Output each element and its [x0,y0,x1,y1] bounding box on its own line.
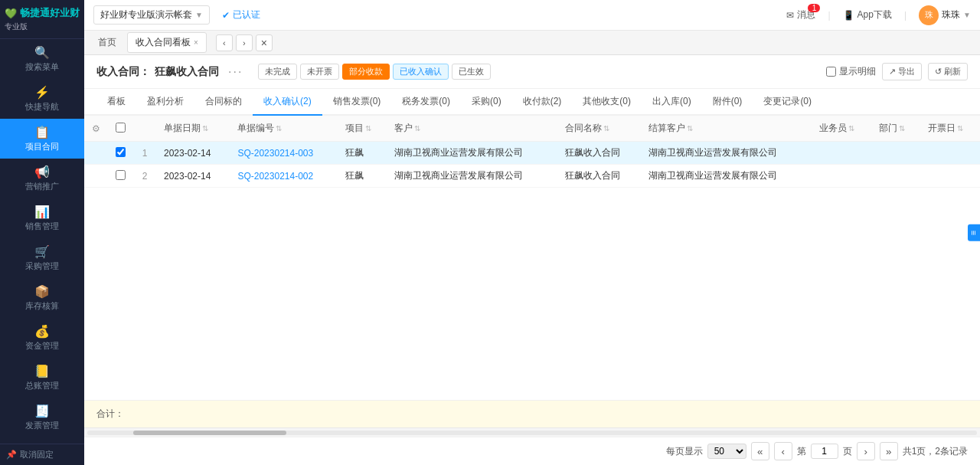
user-arrow-icon: ▼ [963,11,971,19]
hscrollbar-thumb[interactable] [133,431,286,435]
tab-close-icon[interactable]: × [194,38,198,47]
th-project: 项目 ⇅ [338,116,387,142]
th-result-customer: 结算客户 ⇅ [641,116,812,142]
td-num: 2 [133,165,156,188]
settings-icon[interactable]: ⚙ [92,123,100,134]
sub-tabs: 看板 盈利分析 合同标的 收入确认(2) 销售发票(0) 税务发票(0) 采购(… [84,89,980,116]
sidebar-item-project[interactable]: 📋 项目合同 [0,119,84,159]
page-input[interactable] [811,444,838,459]
sort-salesperson-icon[interactable]: ⇅ [848,124,854,133]
th-num [133,116,156,142]
tab-income-contract[interactable]: 收入合同看板 × [127,32,207,53]
sort-contract-icon[interactable]: ⇅ [603,124,609,133]
row1-code-link[interactable]: SQ-20230214-003 [237,148,313,159]
selector-arrow-icon: ▼ [195,11,203,19]
td-num: 1 [133,142,156,165]
sub-tab-other[interactable]: 其他收支(0) [572,89,642,116]
sidebar-item-funds[interactable]: 💰 资金管理 [0,318,84,358]
sort-project-icon[interactable]: ⇅ [365,124,371,133]
export-label: 导出 [898,66,915,77]
sidebar-item-tax[interactable]: 🏛 税务管理 [0,437,84,444]
th-date-label: 单据日期 [164,122,201,135]
message-badge: 1 [808,4,820,12]
sidebar-pin-toggle[interactable]: 📌 取消固定 [0,444,84,465]
tab-nav-arrows: ‹ › × [216,34,273,51]
sidebar-item-marketing[interactable]: 📢 营销推广 [0,159,84,198]
sidebar-item-label: 总账管理 [25,380,59,391]
app-edition: 专业版 [5,21,80,32]
status-btn-partial[interactable]: 部分收款 [342,64,390,80]
row2-code-link[interactable]: SQ-20230214-002 [237,171,313,182]
row1-checkbox[interactable] [116,147,126,157]
export-button[interactable]: ↗ 导出 [882,63,922,80]
more-button[interactable]: ··· [228,65,243,79]
status-btn-uninvoiced[interactable]: 未开票 [300,64,339,80]
tab-window-close[interactable]: × [256,34,273,51]
show-detail-checkbox[interactable] [826,67,836,77]
sub-tab-profit[interactable]: 盈利分析 [136,89,194,116]
th-code-label: 单据编号 [237,122,274,135]
sub-tab-contract-items[interactable]: 合同标的 [194,89,253,116]
first-page-btn[interactable]: « [751,442,769,460]
company-selector[interactable]: 好业财专业版演示帐套 ▼ [93,5,210,25]
select-all-checkbox[interactable] [116,123,126,133]
row2-checkbox[interactable] [116,170,126,180]
lightning-icon: ⚡ [34,85,50,100]
sort-customer-icon[interactable]: ⇅ [414,124,420,133]
th-salesperson-label: 业务员 [819,122,847,135]
refresh-button[interactable]: ↺ 刷新 [928,63,968,80]
sidebar-item-sales[interactable]: 📊 销售管理 [0,198,84,238]
funds-icon: 💰 [34,324,50,339]
app-download-button[interactable]: 📱 App下载 [843,8,892,21]
pagination: 每页显示 50 100 200 « ‹ 第 页 › » 共1页，2条记录 [84,437,980,465]
table-row[interactable]: 2 2023-02-14 SQ-20230214-002 狂飙 湖南卫视商业运营… [84,165,980,188]
export-icon: ↗ [889,67,896,77]
right-panel-toggle[interactable]: ≡ [968,224,980,241]
sidebar-item-label: 销售管理 [25,221,59,232]
status-buttons: 未完成 未开票 部分收款 已收入确认 已生效 [258,64,491,80]
sub-tab-income-confirm[interactable]: 收入确认(2) [253,89,322,116]
message-button[interactable]: ✉ 1 消息 [786,8,815,21]
next-page-btn[interactable]: › [857,442,875,460]
refresh-icon: ↺ [935,67,942,77]
hscrollbar[interactable] [84,427,980,437]
sidebar-item-quicknav[interactable]: ⚡ 快捷导航 [0,79,84,119]
td-open-date [920,142,980,165]
sort-code-icon[interactable]: ⇅ [276,124,282,133]
sidebar-item-inventory[interactable]: 📦 库存核算 [0,278,84,318]
sub-tab-warehouse[interactable]: 出入库(0) [642,89,702,116]
sort-date-icon[interactable]: ⇅ [202,124,208,133]
show-detail-text: 显示明细 [839,65,876,78]
sub-tab-purchase[interactable]: 采购(0) [461,89,512,116]
sort-result-icon[interactable]: ⇅ [687,124,693,133]
sidebar-item-invoice[interactable]: 🧾 发票管理 [0,398,84,437]
status-btn-incomplete[interactable]: 未完成 [258,64,297,80]
per-page-select[interactable]: 50 100 200 [707,444,746,459]
sub-tab-dashboard[interactable]: 看板 [96,89,136,116]
tab-next-arrow[interactable]: › [236,34,253,51]
td-code: SQ-20230214-002 [230,165,338,188]
sub-tab-changes[interactable]: 变更记录(0) [753,89,822,116]
th-customer-label: 客户 [394,122,413,135]
sidebar-item-label: 采购管理 [25,260,59,272]
table-row[interactable]: 1 2023-02-14 SQ-20230214-003 狂飙 湖南卫视商业运营… [84,142,980,165]
status-btn-effective[interactable]: 已生效 [452,64,491,80]
per-page-label: 每页显示 [666,445,703,458]
sub-tab-attachment[interactable]: 附件(0) [702,89,753,116]
sort-dept-icon[interactable]: ⇅ [899,124,905,133]
home-label: 首页 [98,37,116,47]
prev-page-btn[interactable]: ‹ [774,442,792,460]
sidebar-item-ledger[interactable]: 📒 总账管理 [0,358,84,398]
sub-tab-sales-invoice[interactable]: 销售发票(0) [322,89,392,116]
sort-opendate-icon[interactable]: ⇅ [957,124,963,133]
status-btn-confirmed[interactable]: 已收入确认 [393,64,449,80]
page-title: 收入合同： 狂飙收入合同 [96,65,219,79]
tab-home[interactable]: 首页 [90,33,124,52]
sidebar-item-search[interactable]: 🔍 搜索菜单 [0,39,84,79]
user-menu[interactable]: 珠 珠珠 ▼ [919,5,971,25]
sub-tab-payment[interactable]: 收付款(2) [512,89,573,116]
tab-prev-arrow[interactable]: ‹ [216,34,233,51]
sidebar-item-purchase[interactable]: 🛒 采购管理 [0,238,84,278]
last-page-btn[interactable]: » [880,442,898,460]
sub-tab-tax-invoice[interactable]: 税务发票(0) [391,89,461,116]
